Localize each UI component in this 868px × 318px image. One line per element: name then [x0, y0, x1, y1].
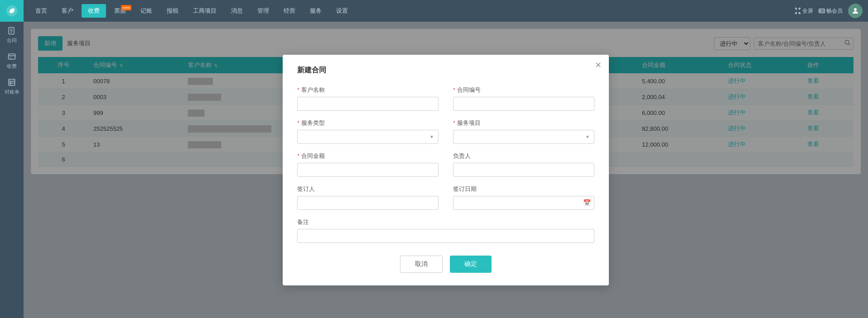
sign-date-label: 签订日期: [453, 185, 594, 193]
new-badge: new: [121, 5, 131, 10]
form-row-contract-no: * 合同编号: [453, 86, 594, 111]
sidebar-item-label: 收费: [7, 63, 17, 70]
remark-input[interactable]: [297, 229, 594, 243]
amount-label: * 合同金额: [297, 152, 439, 160]
modal-title: 新建合同: [297, 66, 594, 75]
service-type-label: * 服务类型: [297, 119, 439, 127]
service-item-select[interactable]: [453, 130, 594, 144]
service-item-label: * 服务项目: [453, 119, 594, 127]
form-row-sign-date: 签订日期 2023-06-06 📅: [453, 185, 594, 210]
form-row-remark: 备注: [297, 218, 594, 243]
nav-tax[interactable]: 报税: [160, 4, 185, 18]
cancel-button[interactable]: 取消: [400, 256, 443, 273]
date-wrap: 2023-06-06 📅: [453, 196, 594, 210]
form-row-service-item: * 服务项目: [453, 119, 594, 144]
customer-label: * 客户名称: [297, 86, 439, 94]
sidebar-item-contract[interactable]: 合同: [0, 22, 24, 47]
nav-invoice[interactable]: 票据 new: [108, 4, 132, 18]
logo[interactable]: [0, 0, 24, 22]
sidebar-item-label: 对账单: [5, 89, 19, 95]
nav-billing[interactable]: 收费: [82, 4, 106, 18]
form-row-responsible: 负责人: [453, 152, 594, 177]
svg-point-1: [12, 8, 14, 10]
new-contract-modal: 新建合同 ✕ * 客户名称 * 合同编号: [283, 55, 609, 285]
fullscreen-btn[interactable]: 全屏: [795, 7, 813, 15]
contract-no-input[interactable]: [453, 97, 594, 111]
main-container: 首页 客户 收费 票据 new 记账 报税 工商项目 消息 管理 经营 服务 设…: [24, 0, 868, 318]
responsible-label: 负责人: [453, 152, 594, 160]
service-type-select[interactable]: [297, 130, 439, 144]
nav-ledger[interactable]: 记账: [134, 4, 159, 18]
avatar[interactable]: [848, 4, 863, 18]
nav-settings[interactable]: 设置: [330, 4, 354, 18]
modal-close-button[interactable]: ✕: [595, 61, 602, 69]
sidebar-item-billing[interactable]: 收费: [0, 47, 24, 73]
service-type-select-wrap: [297, 130, 439, 144]
modal-footer: 取消 确定: [297, 256, 594, 273]
topnav-right: 全屏 畅会员: [795, 4, 863, 18]
customer-input[interactable]: [297, 97, 439, 111]
nav-service[interactable]: 服务: [304, 4, 328, 18]
sidebar-item-reconcile[interactable]: 对账单: [0, 73, 24, 99]
signer-input[interactable]: [297, 196, 439, 210]
form-row-signer: 签订人: [297, 185, 439, 210]
nav-operation[interactable]: 经营: [277, 4, 302, 18]
form-row-amount: * 合同金额 0.00: [297, 152, 439, 177]
topnav: 首页 客户 收费 票据 new 记账 报税 工商项目 消息 管理 经营 服务 设…: [24, 0, 868, 22]
signer-label: 签订人: [297, 185, 439, 193]
svg-point-13: [820, 10, 822, 12]
nav-business[interactable]: 工商项目: [187, 4, 223, 18]
form-row-service-type: * 服务类型: [297, 119, 439, 144]
svg-point-16: [854, 8, 857, 11]
confirm-button[interactable]: 确定: [450, 256, 492, 273]
svg-rect-6: [9, 54, 15, 59]
contract-no-label: * 合同编号: [453, 86, 594, 94]
amount-input[interactable]: 0.00: [297, 163, 439, 177]
member-btn[interactable]: 畅会员: [819, 7, 843, 15]
service-item-select-wrap: [453, 130, 594, 144]
responsible-input[interactable]: [453, 163, 594, 177]
sign-date-input[interactable]: 2023-06-06: [453, 196, 594, 210]
content: 新增 服务项目 进行中 已完成 已终止: [24, 22, 868, 318]
remark-label: 备注: [297, 218, 594, 226]
nav-message[interactable]: 消息: [225, 4, 249, 18]
sidebar: 合同 收费 对账单: [0, 0, 24, 318]
sidebar-item-label: 合同: [7, 37, 17, 44]
modal-overlay: 新建合同 ✕ * 客户名称 * 合同编号: [24, 22, 868, 318]
nav-customer[interactable]: 客户: [55, 4, 80, 18]
form-row-customer: * 客户名称: [297, 86, 439, 111]
form-grid: * 客户名称 * 合同编号: [297, 86, 594, 243]
nav-home[interactable]: 首页: [29, 4, 53, 18]
nav-manage[interactable]: 管理: [251, 4, 275, 18]
